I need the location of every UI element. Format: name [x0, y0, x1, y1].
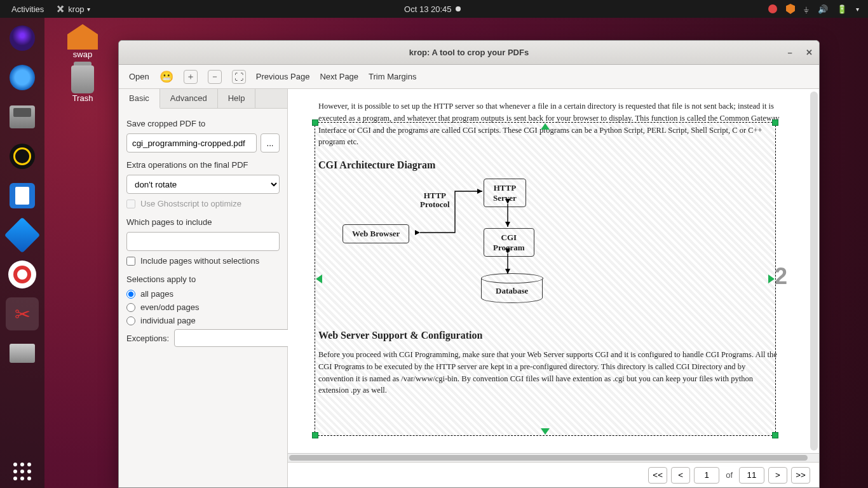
extra-ops-label: Extra operations on the final PDF	[126, 160, 280, 170]
toolbar: Open 😬 ＋ － ⛶ Previous Page Next Page Tri…	[119, 65, 819, 89]
tab-basic[interactable]: Basic	[119, 89, 160, 109]
radio-even-odd[interactable]: even/odd pages	[126, 302, 280, 312]
scrollbar-thumb[interactable]	[289, 455, 808, 461]
dock-firefox[interactable]	[6, 22, 39, 55]
ghostscript-checkbox: Use Ghostscript to optimize	[126, 199, 280, 208]
titlebar[interactable]: krop: A tool to crop your PDFs – ✕	[119, 41, 819, 65]
next-page-nav-button[interactable]: >	[768, 467, 787, 484]
total-pages-display	[739, 467, 764, 484]
zoom-out-button[interactable]: －	[208, 70, 222, 84]
dock-krop[interactable]: ✂	[6, 297, 39, 330]
crop-handle-bottom-left[interactable]	[312, 432, 318, 438]
desktop-trash[interactable]: Trash	[57, 65, 108, 103]
home-folder-icon	[67, 24, 98, 50]
last-page-button[interactable]: >>	[791, 467, 810, 484]
shield-icon[interactable]	[786, 4, 795, 14]
crop-handle-bottom[interactable]	[541, 428, 550, 439]
dock: ✂	[0, 18, 44, 488]
settings-panel: Basic Advanced Help Save cropped PDF to …	[119, 89, 288, 487]
rotate-select[interactable]: don't rotate	[126, 175, 280, 194]
lifebuoy-icon	[8, 261, 36, 288]
krop-emoji-icon[interactable]: 😬	[159, 70, 173, 84]
files-icon	[10, 105, 35, 128]
radio-individual[interactable]: individual page	[126, 316, 280, 325]
window-title: krop: A tool to crop your PDFs	[409, 48, 529, 57]
dock-software[interactable]	[6, 219, 39, 252]
horizontal-scrollbar[interactable]	[288, 453, 819, 462]
rhythmbox-icon	[10, 144, 35, 169]
disk-icon	[10, 344, 35, 363]
window-close-button[interactable]: ✕	[803, 46, 815, 59]
current-page-input[interactable]	[694, 467, 719, 484]
desktop-icons: swap Trash	[57, 24, 108, 109]
crop-handle-right[interactable]	[768, 274, 779, 283]
first-page-button[interactable]: <<	[648, 467, 667, 484]
dock-rhythmbox[interactable]	[6, 140, 39, 173]
dock-show-apps[interactable]	[6, 455, 39, 488]
volume-icon[interactable]: 🔊	[818, 4, 828, 14]
page-navigator: << < of > >>	[288, 462, 819, 487]
wifi-icon[interactable]: ⏚	[804, 4, 809, 14]
open-button[interactable]: Open	[129, 72, 149, 81]
thunderbird-icon	[10, 65, 35, 90]
scissors-icon: ✂	[10, 301, 35, 327]
exceptions-input[interactable]	[174, 329, 290, 347]
krop-window: krop: A tool to crop your PDFs – ✕ Open …	[118, 40, 820, 488]
app-menu-label: krop	[68, 4, 84, 14]
next-page-button[interactable]: Next Page	[320, 72, 358, 81]
trim-margins-button[interactable]: Trim Margins	[369, 72, 416, 81]
exceptions-label: Exceptions:	[126, 334, 169, 343]
crop-handle-left[interactable]	[311, 274, 322, 283]
desktop-trash-label: Trash	[57, 93, 108, 103]
firefox-icon	[10, 25, 35, 51]
dock-help[interactable]	[6, 258, 39, 291]
gnome-top-bar: Activities krop ▾ Oct 13 20:45 ⏚ 🔊 🔋 ▾	[0, 0, 868, 18]
pdf-page: However, it is possible to set up the HT…	[293, 92, 806, 447]
desktop-home-label: swap	[57, 50, 108, 59]
desktop: ✂ swap Trash krop: A tool to crop your P…	[0, 18, 868, 488]
crop-handle-bottom-right[interactable]	[772, 432, 778, 438]
prev-page-button[interactable]: <	[671, 467, 690, 484]
dock-thunderbird[interactable]	[6, 61, 39, 94]
desktop-home[interactable]: swap	[57, 24, 108, 59]
dock-disk[interactable]	[6, 337, 39, 370]
zoom-in-button[interactable]: ＋	[184, 70, 198, 84]
crop-selection[interactable]	[315, 122, 776, 436]
save-to-label: Save cropped PDF to	[126, 119, 280, 128]
system-menu-chevron-icon[interactable]: ▾	[856, 6, 859, 13]
software-icon	[4, 217, 41, 254]
browse-button[interactable]: ...	[261, 133, 280, 152]
tab-advanced[interactable]: Advanced	[160, 89, 218, 108]
dock-writer[interactable]	[6, 179, 39, 212]
do-not-disturb-icon[interactable]	[768, 4, 777, 13]
page-of-label: of	[726, 470, 733, 480]
trash-icon	[71, 65, 94, 93]
crop-handle-top[interactable]	[541, 119, 550, 130]
app-menu[interactable]: krop ▾	[50, 4, 96, 14]
notification-dot-icon	[456, 6, 461, 11]
tab-help[interactable]: Help	[218, 89, 256, 108]
dock-files[interactable]	[6, 100, 39, 133]
save-path-input[interactable]	[126, 133, 257, 152]
page-canvas[interactable]: However, it is possible to set up the HT…	[288, 89, 819, 453]
activities-button[interactable]: Activities	[5, 4, 50, 14]
fit-page-button[interactable]: ⛶	[232, 70, 246, 84]
pdf-viewer: However, it is possible to set up the HT…	[288, 89, 819, 487]
scissors-icon	[57, 4, 65, 13]
previous-page-button[interactable]: Previous Page	[256, 72, 310, 81]
crop-handle-top-right[interactable]	[772, 119, 778, 126]
battery-icon[interactable]: 🔋	[837, 4, 847, 14]
which-pages-label: Which pages to include	[126, 217, 280, 227]
apps-grid-icon	[10, 459, 35, 484]
chevron-down-icon: ▾	[87, 6, 90, 13]
clock[interactable]: Oct 13 20:45	[398, 4, 466, 14]
writer-icon	[10, 183, 35, 208]
crop-handle-top-left[interactable]	[312, 119, 318, 126]
selections-apply-label: Selections apply to	[126, 274, 280, 284]
window-minimize-button[interactable]: –	[783, 46, 796, 59]
which-pages-input[interactable]	[126, 232, 280, 251]
tabs: Basic Advanced Help	[119, 89, 287, 109]
include-without-selections-checkbox[interactable]: Include pages without selections	[126, 256, 280, 266]
radio-all-pages[interactable]: all pages	[126, 289, 280, 299]
